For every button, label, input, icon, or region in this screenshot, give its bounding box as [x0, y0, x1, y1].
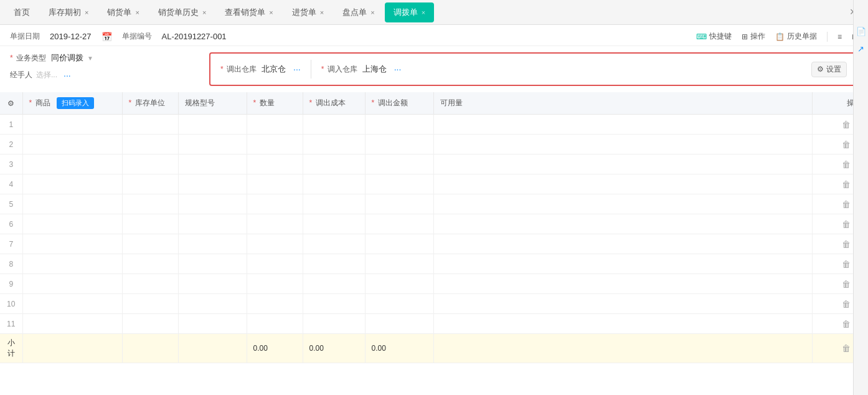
- agent-field: 经手人 选择... ···: [10, 70, 197, 80]
- cell-available: [433, 314, 812, 334]
- cell-unit: [122, 115, 178, 135]
- subtotal-spec: [178, 334, 247, 363]
- tab-close-view-sales[interactable]: ×: [269, 9, 273, 16]
- delete-icon[interactable]: 🗑: [842, 159, 851, 169]
- tab-sales-history[interactable]: 销货单历史 ×: [149, 2, 215, 22]
- th-cost: * 调出成本: [303, 92, 365, 115]
- cell-available: [433, 234, 812, 254]
- cell-spec: [178, 254, 247, 274]
- cell-qty: [247, 234, 303, 254]
- cell-product[interactable]: [22, 174, 122, 194]
- cell-product[interactable]: [22, 214, 122, 234]
- cell-available: [433, 155, 812, 174]
- sidebar-doc-icon[interactable]: 📄: [855, 25, 867, 37]
- out-warehouse-required: *: [220, 65, 224, 74]
- tab-transfer[interactable]: 调拨单 ×: [385, 2, 434, 22]
- cell-available: [433, 194, 812, 214]
- cell-unit: [122, 314, 178, 334]
- layout1-icon: ≡: [837, 32, 842, 41]
- table-row: 2 🗑 ⊕: [0, 135, 868, 155]
- history-button[interactable]: 📋 历史单据: [775, 31, 817, 42]
- out-warehouse-more-btn[interactable]: ···: [293, 64, 301, 74]
- operations-button[interactable]: ⊞ 操作: [742, 31, 765, 42]
- in-warehouse-more-btn[interactable]: ···: [394, 64, 402, 74]
- cell-qty: [247, 314, 303, 334]
- cell-product[interactable]: [22, 155, 122, 174]
- th-unit: * 库存单位: [122, 92, 178, 115]
- tab-close-purchase[interactable]: ×: [320, 9, 324, 16]
- table-row: 1 🗑 ⊕: [0, 115, 868, 135]
- cell-product[interactable]: [22, 294, 122, 314]
- delete-icon[interactable]: 🗑: [842, 219, 851, 229]
- gear-icon: ⚙: [7, 99, 14, 108]
- subtotal-delete-icon[interactable]: 🗑: [842, 343, 851, 353]
- agent-more-btn[interactable]: ···: [64, 70, 71, 80]
- biz-type-required: *: [10, 54, 13, 62]
- cell-amount: [365, 174, 433, 194]
- cell-product[interactable]: [22, 314, 122, 334]
- cell-spec: [178, 135, 247, 155]
- delete-icon[interactable]: 🗑: [842, 299, 851, 309]
- cell-cost: [303, 314, 365, 334]
- delete-icon[interactable]: 🗑: [842, 199, 851, 209]
- cell-product[interactable]: [22, 135, 122, 155]
- tab-close-sales-order[interactable]: ×: [135, 9, 139, 16]
- right-sidebar: 📄 ↗: [853, 0, 868, 363]
- tab-sales-order[interactable]: 销货单 ×: [98, 2, 148, 22]
- subtotal-unit: [122, 334, 178, 363]
- cell-spec: [178, 314, 247, 334]
- delete-icon[interactable]: 🗑: [842, 120, 851, 130]
- tab-inventory-init[interactable]: 库存期初 ×: [40, 2, 97, 22]
- shortcut-button[interactable]: ⌨ 快捷键: [696, 31, 732, 42]
- cell-spec: [178, 214, 247, 234]
- tab-purchase[interactable]: 进货单 ×: [283, 2, 333, 22]
- subtotal-available: [433, 334, 812, 363]
- subtotal-cost: 0.00: [303, 334, 365, 363]
- delete-icon[interactable]: 🗑: [842, 279, 851, 289]
- row-number: 1: [0, 115, 22, 135]
- settings-button[interactable]: ⚙ 设置: [811, 62, 847, 77]
- table-row: 7 🗑 ⊕: [0, 234, 868, 254]
- shortcut-label: 快捷键: [709, 31, 732, 42]
- biz-type-field: * 业务类型 同价调拨 ▼: [10, 52, 197, 64]
- cell-qty: [247, 194, 303, 214]
- product-table-container: ⚙ * 商品 扫码录入 * 库存单位 规格型号 * 数量: [0, 92, 868, 363]
- cell-cost: [303, 155, 365, 174]
- th-gear[interactable]: ⚙: [0, 92, 22, 115]
- tab-close-inventory-init[interactable]: ×: [85, 9, 88, 16]
- delete-icon[interactable]: 🗑: [842, 179, 851, 189]
- scan-button[interactable]: 扫码录入: [57, 97, 94, 109]
- cell-spec: [178, 174, 247, 194]
- cell-product[interactable]: [22, 274, 122, 294]
- row-number: 7: [0, 234, 22, 254]
- table-row: 11 🗑 ⊕: [0, 314, 868, 334]
- delete-icon[interactable]: 🗑: [842, 239, 851, 249]
- th-amount: * 调出金额: [365, 92, 433, 115]
- tab-close-transfer[interactable]: ×: [422, 9, 425, 16]
- tab-close-sales-history[interactable]: ×: [202, 9, 206, 16]
- agent-select[interactable]: 选择...: [36, 70, 57, 80]
- table-row: 10 🗑 ⊕: [0, 294, 868, 314]
- operations-label: 操作: [750, 31, 765, 42]
- layout1-button[interactable]: ≡: [837, 32, 842, 41]
- shortcut-icon: ⌨: [696, 32, 707, 41]
- history-icon: 📋: [775, 32, 785, 41]
- row-number: 8: [0, 254, 22, 274]
- date-picker-icon[interactable]: 📅: [101, 32, 112, 42]
- biz-type-dropdown[interactable]: 同价调拨 ▼: [51, 52, 93, 64]
- cell-available: [433, 274, 812, 294]
- delete-icon[interactable]: 🗑: [842, 140, 851, 150]
- cell-product[interactable]: [22, 115, 122, 135]
- delete-icon[interactable]: 🗑: [842, 259, 851, 269]
- cell-product[interactable]: [22, 254, 122, 274]
- cell-product[interactable]: [22, 234, 122, 254]
- delete-icon[interactable]: 🗑: [842, 319, 851, 329]
- sidebar-external-icon[interactable]: ↗: [855, 42, 867, 55]
- settings-label: 设置: [826, 64, 841, 75]
- tab-view-sales[interactable]: 查看销货单 ×: [216, 2, 281, 22]
- cell-product[interactable]: [22, 194, 122, 214]
- cell-qty: [247, 254, 303, 274]
- tab-inventory-check[interactable]: 盘点单 ×: [334, 2, 383, 22]
- tab-close-inventory-check[interactable]: ×: [370, 9, 374, 16]
- tab-home[interactable]: 首页: [5, 2, 39, 22]
